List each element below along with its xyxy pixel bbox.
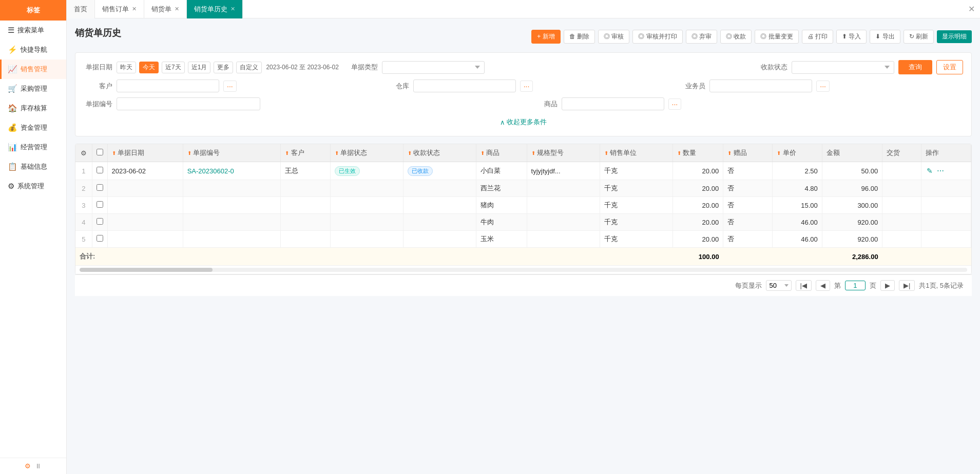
tab-sales-history-close[interactable]: ✕ (230, 6, 235, 12)
col-checkbox[interactable] (92, 144, 107, 162)
tab-sales-order[interactable]: 销售订单 ✕ (95, 0, 144, 18)
basic-info-icon: 📋 (8, 162, 17, 171)
sidebar-item-basic-info[interactable]: 📋 基础信息 (0, 157, 66, 176)
salesperson-dots-btn[interactable]: ··· (816, 81, 830, 92)
audit-print-button[interactable]: ◎ 审核并打印 (632, 30, 682, 44)
page-first-button[interactable]: |◀ (796, 280, 812, 291)
tab-sales-delivery-close[interactable]: ✕ (175, 6, 179, 12)
more-action[interactable]: ⋯ (936, 166, 945, 176)
col-number[interactable]: ⬆ 单据编号 (183, 144, 281, 162)
goods-dots-btn[interactable]: ··· (668, 98, 682, 110)
btn-1month[interactable]: 近1月 (188, 62, 211, 73)
btn-today[interactable]: 今天 (139, 62, 159, 73)
col-settings[interactable]: ⚙ (75, 144, 92, 162)
sidebar-item-operations[interactable]: 📊 经营管理 (0, 137, 66, 157)
select-all-checkbox[interactable] (97, 149, 103, 155)
sidebar-item-search-menu[interactable]: ☰ 搜索菜单 (0, 21, 66, 40)
new-button[interactable]: + 新增 (531, 30, 560, 44)
export-button[interactable]: ⬇ 导出 (870, 30, 900, 44)
filter-group-collect-status: 收款状态 查询 设置 (759, 60, 963, 74)
sidebar-item-sys-mgmt[interactable]: ⚙ 系统管理 (0, 176, 66, 196)
edit-action[interactable]: ✎ (926, 166, 934, 176)
display-detail-button[interactable]: 显示明细 (937, 30, 972, 43)
per-page-select[interactable]: 50 100 200 (766, 280, 792, 291)
col-goods[interactable]: ⬆ 商品 (476, 144, 527, 162)
page-next-button[interactable]: ▶ (880, 280, 895, 291)
col-price[interactable]: ⬆ 单价 (773, 144, 822, 162)
settings-button[interactable]: 设置 (936, 60, 963, 74)
sidebar-item-quick-nav[interactable]: ⚡ 快捷导航 (0, 40, 66, 60)
collect-status-select[interactable] (792, 61, 894, 74)
tab-sales-order-label: 销售订单 (102, 5, 129, 14)
filter-group-salesperson: 业务员 ··· (677, 80, 963, 92)
col-date[interactable]: ⬆ 单据日期 (107, 144, 183, 162)
cell-qty: 20.00 (672, 197, 723, 214)
sidebar-item-sales-mgmt[interactable]: 📈 销售管理 (0, 60, 66, 79)
cell-collect-status (403, 214, 476, 231)
settings-icon[interactable]: ⚙ (25, 462, 31, 470)
cell-checkbox[interactable] (92, 180, 107, 197)
sidebar-item-purchase-mgmt[interactable]: 🛒 采购管理 (0, 79, 66, 98)
sidebar: 标签 ☰ 搜索菜单 ⚡ 快捷导航 📈 销售管理 🛒 采购管理 🏠 库存核算 💰 … (0, 0, 67, 474)
tab-bar-end[interactable]: ✕ (968, 4, 980, 14)
import-button[interactable]: ⬆ 导入 (836, 30, 867, 44)
tab-bar: 首页 销售订单 ✕ 销货单 ✕ 销货单历史 ✕ ✕ (67, 0, 980, 18)
collapse-icon[interactable]: ⏸ (35, 462, 42, 470)
print-button[interactable]: 🖨 打印 (802, 30, 833, 44)
tab-sales-delivery[interactable]: 销货单 ✕ (144, 0, 187, 18)
cell-date (107, 180, 183, 197)
cell-collect-status (403, 231, 476, 248)
btn-more[interactable]: 更多 (214, 62, 233, 73)
col-qty[interactable]: ⬆ 数量 (672, 144, 723, 162)
btn-custom[interactable]: 自定义 (236, 62, 262, 73)
tab-home[interactable]: 首页 (67, 0, 95, 18)
audit-button[interactable]: ◎ 审核 (598, 30, 629, 44)
sidebar-item-label: 快捷导航 (21, 45, 47, 54)
cell-collect-status (403, 180, 476, 197)
tab-sales-order-close[interactable]: ✕ (132, 6, 137, 12)
cell-checkbox[interactable] (92, 214, 107, 231)
col-doc-status[interactable]: ⬆ 单据状态 (330, 144, 403, 162)
customer-input[interactable] (117, 80, 219, 92)
col-spec[interactable]: ⬆ 规格型号 (527, 144, 600, 162)
warehouse-dots-btn[interactable]: ··· (520, 81, 533, 92)
cell-qty: 20.00 (672, 180, 723, 197)
doc-number-input[interactable] (117, 97, 260, 110)
refresh-button[interactable]: ↻ 刷新 (904, 30, 934, 44)
page-last-button[interactable]: ▶| (899, 280, 915, 291)
cell-customer (281, 214, 330, 231)
btn-7days[interactable]: 近7天 (162, 62, 185, 73)
page-input[interactable]: 1 (845, 281, 866, 290)
delete-button[interactable]: 🗑 删除 (564, 30, 595, 44)
doc-type-select[interactable] (382, 61, 485, 74)
collect-button[interactable]: ◎ 收款 (720, 30, 752, 44)
sidebar-item-finance[interactable]: 💰 资金管理 (0, 118, 66, 137)
salesperson-input[interactable] (709, 80, 812, 92)
sidebar-item-inventory[interactable]: 🏠 库存核算 (0, 98, 66, 118)
cell-number (183, 231, 281, 248)
btn-yesterday[interactable]: 昨天 (117, 62, 136, 73)
warehouse-input[interactable] (413, 80, 516, 92)
toolbar: + 新增 🗑 删除 ◎ 审核 ◎ 审核并打印 ◎ 弃审 ◎ 收款 ◎ 批量变更 … (531, 30, 972, 44)
col-unit[interactable]: ⬆ 销售单位 (600, 144, 672, 162)
table-row: 3 猪肉 千克 20.00 否 15.00 300.00 (75, 197, 971, 214)
cell-checkbox[interactable] (92, 231, 107, 248)
collapse-button[interactable]: ∧ 收起更多条件 (498, 115, 549, 129)
col-gift[interactable]: ⬆ 赠品 (723, 144, 773, 162)
page-prev-button[interactable]: ◀ (816, 280, 830, 291)
abandon-button[interactable]: ◎ 弃审 (686, 30, 717, 44)
col-customer[interactable]: ⬆ 客户 (281, 144, 330, 162)
batch-change-button[interactable]: ◎ 批量变更 (755, 30, 798, 44)
tab-sales-history[interactable]: 销货单历史 ✕ (187, 0, 243, 18)
cell-checkbox[interactable] (92, 162, 107, 180)
cell-qty: 20.00 (672, 162, 723, 180)
cell-checkbox[interactable] (92, 197, 107, 214)
customer-dots-btn[interactable]: ··· (223, 81, 237, 92)
col-collect-status[interactable]: ⬆ 收款状态 (403, 144, 476, 162)
query-button[interactable]: 查询 (898, 60, 932, 74)
horizontal-scrollbar[interactable] (80, 268, 967, 272)
goods-input[interactable] (562, 97, 664, 110)
cell-unit: 千克 (600, 180, 672, 197)
cell-date: 2023-06-02 (107, 162, 183, 180)
cell-price: 46.00 (773, 231, 822, 248)
